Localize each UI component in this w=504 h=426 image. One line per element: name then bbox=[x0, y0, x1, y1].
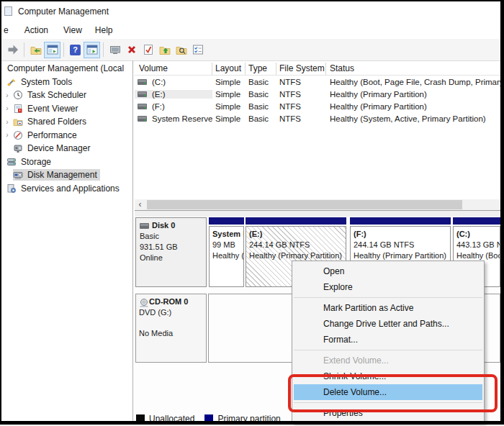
menu-item-mark-partition-active[interactable]: Mark Partition as Active bbox=[292, 300, 484, 316]
toolbar-separator bbox=[63, 42, 64, 57]
menu-bar: e Action View Help bbox=[1, 21, 500, 39]
app-window-icon bbox=[4, 6, 12, 16]
menu-item-open[interactable]: Open bbox=[292, 263, 484, 279]
partition-color-bar bbox=[453, 217, 500, 225]
column-header-file-system[interactable]: File System bbox=[276, 63, 326, 75]
cdrom-media-status: No Media bbox=[139, 328, 203, 339]
disk0-status: Online bbox=[140, 253, 202, 263]
toolbar: ? bbox=[1, 39, 500, 60]
delete-volume-annotation bbox=[288, 374, 498, 412]
device-manager-icon bbox=[13, 143, 23, 153]
tree-item-services-and-applications[interactable]: Services and Applications bbox=[1, 182, 132, 196]
folder-up-arrow-icon bbox=[159, 44, 171, 55]
toolbar-separator bbox=[24, 42, 24, 57]
computer-management-window: Computer Management e Action View Help ? bbox=[0, 0, 504, 426]
disk0-type: Basic bbox=[140, 231, 202, 242]
remote-computer-button[interactable] bbox=[107, 42, 123, 58]
performance-icon bbox=[13, 130, 23, 140]
disk-management-icon bbox=[13, 170, 23, 180]
tree-item-event-viewer[interactable]: › Event Viewer bbox=[1, 102, 132, 116]
console-tree: Computer Management (Local System Tools … bbox=[1, 62, 132, 195]
menu-file[interactable]: e bbox=[4, 25, 9, 35]
open-folder-button[interactable] bbox=[156, 42, 173, 58]
window-title: Computer Management bbox=[18, 6, 109, 17]
disk-icon bbox=[140, 222, 150, 230]
tree-item-storage[interactable]: Storage bbox=[1, 155, 132, 169]
cdrom-header[interactable]: CD-ROM 0 DVD (G:) No Media bbox=[135, 294, 207, 363]
system-tools-icon bbox=[6, 77, 17, 87]
column-header-volume[interactable]: Volume bbox=[135, 63, 212, 75]
cd-icon bbox=[139, 299, 149, 306]
export-list-button[interactable] bbox=[27, 42, 44, 58]
volume-row-f[interactable]: (F:) Simple Basic NTFS Healthy (Primary … bbox=[135, 100, 500, 112]
drive-icon bbox=[138, 78, 148, 86]
menu-item-format[interactable]: Format... bbox=[292, 332, 484, 348]
expand-chevron-icon[interactable]: › bbox=[1, 118, 13, 126]
list-graph-splitter[interactable] bbox=[135, 210, 500, 217]
scroll-left-arrow-icon[interactable]: ‹ bbox=[135, 199, 145, 210]
document-check-icon bbox=[143, 44, 154, 55]
volume-list: Volume Layout Type File System Status (C… bbox=[135, 62, 500, 124]
column-header-type[interactable]: Type bbox=[246, 63, 276, 75]
show-action-pane-button[interactable] bbox=[84, 42, 100, 58]
volume-list-header: Volume Layout Type File System Status bbox=[135, 62, 500, 76]
frame-border bbox=[0, 421, 504, 425]
pane-splitter[interactable] bbox=[132, 60, 133, 421]
task-scheduler-icon bbox=[13, 90, 23, 100]
scrollbar-thumb[interactable] bbox=[147, 200, 462, 209]
menu-item-explore[interactable]: Explore bbox=[292, 279, 484, 295]
column-header-status[interactable]: Status bbox=[326, 63, 500, 75]
forward-arrow-icon bbox=[7, 44, 19, 55]
volume-row-c[interactable]: (C:) Simple Basic NTFS Healthy (Boot, Pa… bbox=[135, 76, 500, 88]
menu-separator bbox=[294, 350, 482, 350]
volume-row-e[interactable]: (E:) Simple Basic NTFS Healthy (Primary … bbox=[135, 88, 500, 100]
partition-color-bar bbox=[246, 217, 346, 225]
menu-item-extend-volume: Extend Volume... bbox=[292, 353, 484, 368]
customize-button[interactable] bbox=[189, 42, 206, 58]
menu-action[interactable]: Action bbox=[24, 25, 48, 35]
tree-item-shared-folders[interactable]: › Shared Folders bbox=[1, 115, 132, 129]
tree-item-system-tools[interactable]: System Tools bbox=[1, 76, 132, 89]
storage-icon bbox=[6, 157, 17, 167]
event-viewer-icon bbox=[13, 104, 23, 114]
folder-export-icon bbox=[30, 44, 42, 55]
expand-chevron-icon[interactable]: › bbox=[1, 91, 13, 99]
drive-icon bbox=[138, 91, 148, 98]
disk0-header[interactable]: Disk 0 Basic 931.51 GB Online bbox=[135, 217, 207, 287]
toolbar-separator bbox=[103, 42, 104, 57]
help-icon: ? bbox=[70, 45, 81, 55]
menu-view[interactable]: View bbox=[63, 25, 82, 35]
horizontal-scrollbar[interactable]: ‹ bbox=[135, 199, 500, 210]
content-divider bbox=[1, 60, 500, 61]
show-console-tree-button[interactable] bbox=[44, 42, 60, 58]
expand-chevron-icon[interactable]: › bbox=[1, 104, 13, 112]
cdrom-drive: DVD (G:) bbox=[139, 307, 203, 318]
check-document-button[interactable] bbox=[140, 42, 156, 58]
frame-border bbox=[500, 0, 504, 425]
services-icon bbox=[6, 183, 17, 194]
tree-item-disk-management[interactable]: Disk Management bbox=[1, 168, 132, 182]
selected-tree-item: Disk Management bbox=[13, 169, 100, 181]
volume-row-system-reserved[interactable]: System Reserved Simple Basic NTFS Health… bbox=[135, 112, 500, 124]
folder-magnifier-icon bbox=[176, 44, 187, 55]
column-header-layout[interactable]: Layout bbox=[212, 63, 246, 75]
forward-button[interactable] bbox=[4, 42, 21, 58]
expand-chevron-icon[interactable]: › bbox=[1, 131, 13, 139]
tree-item-device-manager[interactable]: Device Manager bbox=[1, 142, 132, 155]
shared-folders-icon bbox=[13, 117, 23, 127]
find-folder-button[interactable] bbox=[173, 42, 189, 58]
action-pane-window-icon bbox=[86, 44, 98, 55]
help-button[interactable]: ? bbox=[67, 42, 84, 58]
frame-border bbox=[0, 0, 504, 1]
tree-item-performance[interactable]: › Performance bbox=[1, 129, 132, 142]
drive-icon bbox=[138, 115, 148, 122]
delete-button[interactable] bbox=[123, 42, 140, 58]
title-bar: Computer Management bbox=[1, 1, 500, 21]
frame-border bbox=[0, 0, 1, 422]
menu-item-change-drive-letter[interactable]: Change Drive Letter and Paths... bbox=[292, 316, 484, 332]
tree-item-task-scheduler[interactable]: › Task Scheduler bbox=[1, 89, 132, 102]
partition-system-reserved[interactable]: System Reserved 99 MB Healthy (System bbox=[209, 217, 244, 287]
tree-item-computer-management[interactable]: Computer Management (Local bbox=[1, 62, 132, 76]
red-x-icon bbox=[126, 44, 138, 55]
menu-help[interactable]: Help bbox=[95, 25, 113, 35]
